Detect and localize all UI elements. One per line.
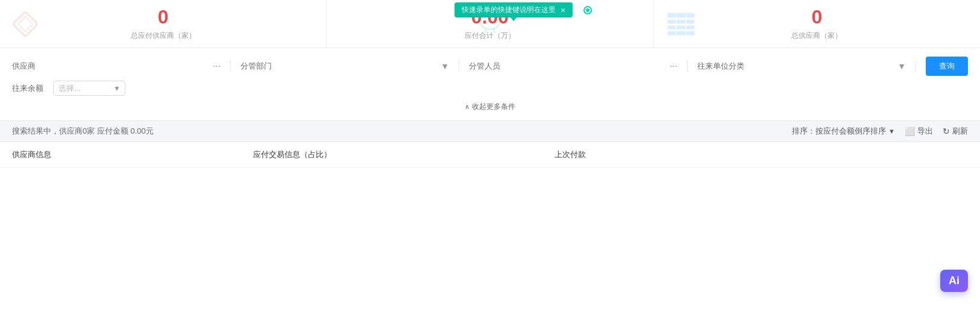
stat-payable-suppliers-value: 0 [158,7,169,28]
refresh-icon: ↻ [943,126,950,136]
stat-total-suppliers-value: 0 [811,7,822,28]
filter-department: 分管部门 ▼ [231,61,459,72]
result-actions: 排序：按应付会额倒序排序 ▼ ⬜ 导出 ↻ 刷新 [792,126,968,137]
filter-supplier: 供应商 ··· [12,61,231,72]
export-label: 导出 [917,126,933,137]
table-col2-header: 应付交易信息（占比） [253,149,554,160]
filter-row-1: 供应商 ··· 分管部门 ▼ 分管人员 ··· 往来单位分类 ▼ 查询 [12,57,968,76]
svg-rect-1 [18,16,33,31]
result-bar: 搜索结果中，供应商0家 应付金额 0.00元 排序：按应付会额倒序排序 ▼ ⬜ … [0,121,980,142]
grid-icon [666,12,696,36]
tooltip-text: 快速录单的快捷键说明在这里 [462,5,556,15]
svg-rect-0 [13,11,37,36]
ai-badge-button[interactable]: Ai [940,270,968,292]
diamond-icon [12,11,39,37]
tooltip-dot [585,7,591,13]
filter-unit-class: 往来单位分类 ▼ [688,61,916,72]
collapse-chevron-icon: ∧ [465,103,470,111]
export-icon: ⬜ [905,126,915,136]
result-info-text: 搜索结果中，供应商0家 应付金额 0.00元 [12,126,154,137]
svg-rect-7 [667,13,694,17]
refresh-label: 刷新 [952,126,968,137]
collapse-button[interactable]: ∧ 收起更多条件 [457,99,523,114]
collapse-label: 收起更多条件 [472,102,515,112]
supplier-input[interactable] [40,62,210,71]
stat-total-suppliers-label: 总供应商（家） [791,31,842,41]
filter-balance: 往来余额 选择... ▼ [12,81,125,96]
unit-class-label: 往来单位分类 [697,61,744,72]
svg-rect-10 [667,31,694,35]
query-button-container: 查询 [916,57,968,76]
sort-chevron-icon: ▼ [888,128,895,135]
tooltip-banner: 快速录单的快捷键说明在这里 × [454,2,573,17]
export-button[interactable]: ⬜ 导出 [905,126,933,137]
filter-row-2: 往来余额 选择... ▼ [12,81,968,96]
refresh-button[interactable]: ↻ 刷新 [943,126,968,137]
table-col3-header: 上次付款 [554,149,968,160]
stat-payable-suppliers-label: 总应付供应商（家） [131,31,196,41]
person-input[interactable] [505,62,667,71]
svg-rect-8 [667,19,694,23]
stat-total-suppliers: 0 总供应商（家） [654,0,980,48]
person-dots-button[interactable]: ··· [670,61,677,72]
balance-label: 往来余额 [12,83,43,94]
svg-line-5 [494,28,494,33]
stat-payable-total: 快速录单的快捷键说明在这里 × 0.00 应付合计（万） [327,0,653,48]
filter-person: 分管人员 ··· [459,61,688,72]
sort-label: 排序：按应付会额倒序排序 [792,126,886,137]
department-label: 分管部门 [240,61,272,72]
filter-bar: 供应商 ··· 分管部门 ▼ 分管人员 ··· 往来单位分类 ▼ 查询 往来 [0,48,980,121]
stat-total-payable-suppliers: 0 总应付供应商（家） [0,0,327,48]
supplier-label: 供应商 [12,61,36,72]
unit-class-input[interactable] [749,62,895,71]
department-input[interactable] [277,62,438,71]
supplier-dots-button[interactable]: ··· [213,61,221,72]
balance-select[interactable]: 选择... [53,81,125,96]
unit-class-chevron-icon[interactable]: ▼ [897,61,906,71]
table-header: 供应商信息 应付交易信息（占比） 上次付款 [0,142,980,168]
svg-rect-9 [667,25,694,29]
svg-line-4 [485,28,486,33]
department-chevron-icon[interactable]: ▼ [441,61,449,71]
sort-button[interactable]: 排序：按应付会额倒序排序 ▼ [792,126,895,137]
top-stats-bar: 0 总应付供应商（家） 快速录单的快捷键说明在这里 × 0.00 应付合计（万） [0,0,980,48]
balance-select-wrapper: 选择... ▼ [53,81,125,96]
query-button[interactable]: 查询 [926,57,968,76]
person-label: 分管人员 [469,61,500,72]
tooltip-close-button[interactable]: × [561,6,565,14]
table-body [0,168,980,310]
table-col1-header: 供应商信息 [12,149,253,160]
